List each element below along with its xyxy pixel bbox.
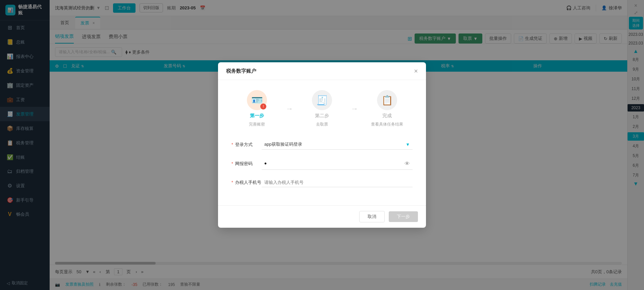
- arrow1: →: [286, 104, 293, 113]
- step2-icon: 🧾: [316, 95, 328, 106]
- step-3: 📋 完成 查看具体任务结果: [362, 90, 413, 127]
- login-method-row: * 登录方式 app获取验证码登录 ▼: [231, 139, 413, 150]
- required-mark2: *: [231, 161, 233, 166]
- steps-indicator: 🪪 ! 第一步 完善账密 → 🧾 第二步 去取票: [231, 90, 413, 127]
- step1-label: 第一步: [250, 113, 264, 119]
- password-text: 网报密码: [235, 161, 253, 166]
- step1-badge-text: !: [263, 104, 264, 108]
- arrow2: →: [351, 104, 358, 113]
- required-mark3: *: [231, 180, 233, 185]
- phone-label: * 办税人手机号: [231, 179, 262, 186]
- password-row: * 网报密码 👁: [231, 158, 413, 170]
- login-method-value: app获取验证码登录: [264, 141, 302, 147]
- step1-badge: !: [260, 103, 266, 110]
- step-1: 🪪 ! 第一步 完善账密: [231, 90, 282, 127]
- step3-label: 完成: [382, 113, 392, 119]
- step-2: 🧾 第二步 去取票: [297, 90, 347, 127]
- phone-row: * 办税人手机号: [231, 178, 413, 187]
- step2-desc: 去取票: [316, 122, 328, 127]
- step1-icon-wrap: 🪪 !: [247, 90, 267, 110]
- phone-input[interactable]: [262, 178, 413, 187]
- tax-digital-modal: 税务数字账户 × 🪪 ! 第一步 完善账密 →: [218, 62, 426, 228]
- modal-overlay[interactable]: 税务数字账户 × 🪪 ! 第一步 完善账密 →: [0, 0, 644, 290]
- required-mark: *: [231, 142, 233, 147]
- modal-close-button[interactable]: ×: [414, 68, 418, 74]
- cancel-button[interactable]: 取消: [359, 211, 385, 222]
- step3-icon: 📋: [381, 95, 393, 106]
- select-dropdown-icon: ▼: [406, 142, 410, 147]
- login-method-label: * 登录方式: [231, 142, 262, 148]
- step2-icon-wrap: 🧾: [312, 90, 332, 110]
- next-button[interactable]: 下一步: [389, 211, 418, 222]
- step2-label: 第二步: [315, 113, 329, 119]
- modal-title: 税务数字账户: [226, 68, 256, 74]
- eye-toggle-icon[interactable]: 👁: [405, 161, 410, 167]
- modal-body: 🪪 ! 第一步 完善账密 → 🧾 第二步 去取票: [218, 80, 426, 205]
- phone-text: 办税人手机号: [235, 180, 261, 185]
- modal-header: 税务数字账户 ×: [218, 62, 426, 80]
- password-label: * 网报密码: [231, 161, 262, 167]
- password-field[interactable]: 👁: [262, 158, 413, 170]
- step3-icon-wrap: 📋: [377, 90, 397, 110]
- password-input[interactable]: [264, 160, 405, 167]
- login-method-select[interactable]: app获取验证码登录 ▼: [262, 139, 413, 150]
- modal-footer: 取消 下一步: [218, 205, 426, 228]
- login-method-text: 登录方式: [235, 142, 253, 147]
- step1-desc: 完善账密: [249, 122, 265, 127]
- step3-desc: 查看具体任务结果: [371, 122, 403, 127]
